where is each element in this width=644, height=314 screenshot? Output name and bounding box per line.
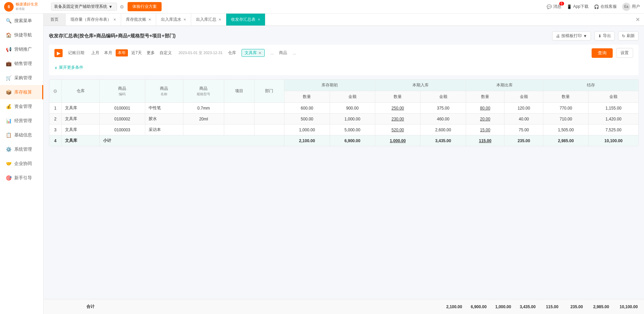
sidebar-item-marketing[interactable]: 📢 营销推广	[0, 42, 43, 56]
row2-in-qty[interactable]: 230.00	[375, 114, 420, 125]
print-button[interactable]: 🖨 按模板打印 ▼	[552, 31, 591, 40]
logo-area: 6 畅捷通好生意 标准版	[4, 2, 48, 12]
tab-batch[interactable]: 库存批次账 ✕	[121, 14, 156, 26]
row1-out-qty[interactable]: 80.00	[466, 103, 505, 114]
sidebar-item-quick[interactable]: 🏠 快捷导航	[0, 28, 43, 42]
tab-receive-summary[interactable]: 收发存汇总表 ✕	[226, 14, 265, 26]
row2-spec: 20ml	[183, 114, 224, 125]
online-service-item[interactable]: 🎧 在线客服	[594, 4, 617, 10]
subtotal-in-qty[interactable]: 1,000.00	[375, 135, 420, 146]
sidebar-label-sales: 销售管理	[14, 61, 32, 67]
system-selector[interactable]: 装备及固定资产辅助管理系统 ▼	[51, 3, 117, 11]
column-settings-icon[interactable]: ⚙	[53, 88, 57, 94]
warehouse-tag-remove[interactable]: ✕	[258, 51, 262, 55]
headset-icon: 🎧	[594, 4, 599, 9]
th-close-amt: 金额	[589, 91, 639, 103]
th-project: 项目	[224, 80, 254, 103]
trial-button[interactable]: 体验行业方案	[128, 2, 162, 11]
custom-date-btn[interactable]: 自定义	[158, 49, 173, 56]
th-settings: ⚙	[49, 80, 62, 103]
sidebar-item-newbie[interactable]: 🎯 新手引导	[0, 171, 43, 185]
tab-stock-dist[interactable]: 现存量（库存分布表） ✕	[66, 14, 121, 26]
row1-code: 0100001	[100, 103, 145, 114]
th-department: 部门	[254, 80, 284, 103]
settings-icon[interactable]: ⚙	[120, 4, 124, 10]
more-date-btn[interactable]: 更多	[145, 49, 156, 56]
user-item[interactable]: Ea 用户	[622, 3, 640, 11]
filter-area: ▶ 记账日期 上月 本月 本年 近7天 更多 自定义 2023-01-01 至 …	[49, 45, 639, 75]
row2-out-amt: 40.00	[505, 114, 543, 125]
footer-table: 合计 2,100.00 6,900.00 1,000.00 3,435.00 1…	[44, 301, 644, 312]
close-icon[interactable]: ✕	[258, 18, 260, 21]
table-row: 3 文具库 0100003 采访本 1,000.00 5,000.00 520.…	[49, 125, 639, 135]
tab-inout-flow[interactable]: 出入库流水 ✕	[156, 14, 191, 26]
app-version: 标准版	[16, 7, 38, 11]
row2-open-amt: 1,000.00	[330, 114, 375, 125]
operation-icon: 📊	[5, 118, 12, 124]
close-icon[interactable]: ✕	[183, 18, 186, 21]
export-button[interactable]: ⬇ 导出	[594, 31, 615, 40]
sidebar-item-cooperation[interactable]: 🤝 企业协同	[0, 156, 43, 171]
export-label: 导出	[603, 33, 611, 39]
filter-settings-button[interactable]: 设置	[616, 48, 633, 58]
last-7days-btn[interactable]: 近7天	[130, 49, 143, 56]
sidebar-item-finance[interactable]: 💰 资金管理	[0, 99, 43, 114]
th-goods-spec: 商品规格型号	[183, 80, 224, 103]
dropdown-icon: ▼	[109, 4, 113, 9]
row3-out-qty[interactable]: 15.00	[466, 125, 505, 135]
th-in: 本期入库	[375, 80, 466, 91]
th-goods-name: 商品名称	[145, 80, 183, 103]
sidebar-item-basic[interactable]: 📋 基础信息	[0, 128, 43, 142]
total-empty2	[56, 301, 83, 312]
close-icon[interactable]: ✕	[148, 18, 151, 21]
th-close-qty: 数量	[543, 91, 589, 103]
row1-open-qty: 600.00	[284, 103, 330, 114]
logo-icon: 6	[4, 2, 14, 12]
footer-total-row: 合计 2,100.00 6,900.00 1,000.00 3,435.00 1…	[44, 299, 644, 314]
filter-expand-button[interactable]: ▶	[54, 49, 63, 57]
row2-name: 胶水	[145, 114, 183, 125]
subtotal-out-qty[interactable]: 115.00	[466, 135, 505, 146]
close-icon[interactable]: ✕	[113, 18, 116, 21]
print-icon: 🖨	[556, 34, 560, 38]
messages-item[interactable]: 💬 消息 6	[547, 4, 561, 10]
row3-out-amt: 75.00	[505, 125, 543, 135]
goods-more[interactable]: ...	[293, 51, 296, 55]
last-month-btn[interactable]: 上月	[90, 49, 101, 56]
expand-more-button[interactable]: ∨ 展开更多条件	[54, 65, 83, 70]
newbie-icon: 🎯	[5, 175, 12, 181]
sidebar-item-sales[interactable]: 💼 销售管理	[0, 56, 43, 71]
this-year-btn[interactable]: 本年	[116, 49, 128, 56]
th-out: 本期出库	[466, 80, 543, 91]
row3-in-qty[interactable]: 520.00	[375, 125, 420, 135]
filter-right-actions: 查询 设置	[592, 48, 633, 58]
row3-open-amt: 5,000.00	[330, 125, 375, 135]
total-open-qty: 2,100.00	[442, 301, 466, 312]
tab-inout-summary[interactable]: 出入库汇总 ✕	[191, 14, 226, 26]
total-in-qty: 1,000.00	[491, 301, 515, 312]
query-button[interactable]: 查询	[592, 48, 613, 58]
total-in-amt: 3,435.00	[515, 301, 540, 312]
refresh-button[interactable]: ↻ 刷新	[618, 31, 639, 40]
row3-project	[224, 125, 254, 135]
sidebar-item-inventory[interactable]: 📦 库存核算	[0, 85, 43, 99]
sidebar-item-search[interactable]: 🔍 搜索菜单	[0, 14, 43, 28]
tab-home[interactable]: 首页	[44, 14, 66, 26]
row1-in-qty[interactable]: 250.00	[375, 103, 420, 114]
subtotal-label: 小计	[100, 135, 284, 146]
this-month-btn[interactable]: 本月	[103, 49, 114, 56]
row2-out-qty[interactable]: 20.00	[466, 114, 505, 125]
app-download-item[interactable]: 📱 App下载	[567, 4, 589, 10]
user-label: 用户	[632, 4, 640, 10]
close-icon[interactable]: ✕	[218, 18, 221, 21]
subtotal-warehouse: 文具库	[62, 135, 100, 146]
sidebar-item-system[interactable]: ⚙️ 系统管理	[0, 142, 43, 156]
sidebar-item-operation[interactable]: 📊 经营管理	[0, 114, 43, 128]
th-open-amt: 金额	[330, 91, 375, 103]
sidebar-label-operation: 经营管理	[14, 118, 32, 124]
total-close-qty: 2,985.00	[589, 301, 613, 312]
sidebar-item-purchase[interactable]: 🛒 采购管理	[0, 71, 43, 85]
tabs-close-all[interactable]: ✕	[631, 16, 644, 23]
warehouse-more[interactable]: ...	[270, 51, 274, 55]
row2-no: 2	[49, 114, 62, 125]
